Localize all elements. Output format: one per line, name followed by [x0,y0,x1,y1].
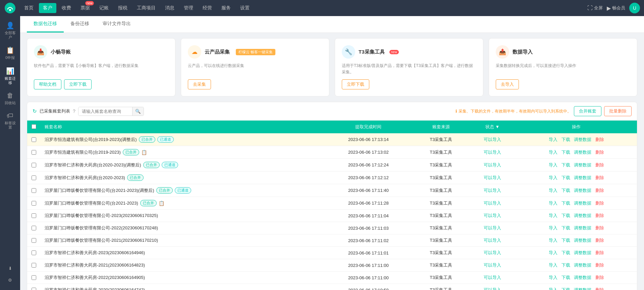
delete-action[interactable]: 删除 [595,150,604,155]
tab-backup-migration[interactable]: 备份迁移 [64,16,96,32]
delete-action[interactable]: 删除 [595,225,604,230]
nav-business[interactable]: 工商项目 [133,3,160,13]
import-action[interactable]: 导入 [549,213,557,218]
search-button[interactable]: 🔍 [132,107,144,116]
sidebar-item-account-migration[interactable]: 📊 账套迁移 [1,64,19,88]
download-action[interactable]: 下载 [561,201,570,206]
sidebar-item-all-customers[interactable]: 👤 全部客户 [1,19,19,42]
logo[interactable] [4,2,16,14]
delete-action[interactable]: 删除 [595,250,604,255]
download-action[interactable]: 下载 [561,162,570,167]
import-action[interactable]: 导入 [549,287,557,290]
nav-settings[interactable]: 设置 [236,3,254,13]
download-action[interactable]: 下载 [561,188,570,193]
row-checkbox[interactable] [32,226,36,230]
adjust-action[interactable]: 调整数据 [574,201,591,206]
import-action[interactable]: 导入 [549,175,557,180]
adjust-action[interactable]: 调整数据 [574,213,591,218]
batch-delete-button[interactable]: 批量删除 [604,106,632,116]
adjust-action[interactable]: 调整数据 [574,250,591,255]
import-action[interactable]: 导入 [549,263,557,268]
row-checkbox[interactable] [32,201,36,206]
download-action[interactable]: 下载 [561,275,570,280]
adjust-action[interactable]: 调整数据 [574,238,591,243]
adjust-action[interactable]: 调整数据 [574,263,591,268]
row-checkbox[interactable] [32,263,36,268]
row-checkbox[interactable] [32,238,36,243]
import-action[interactable]: 导入 [549,150,557,155]
tab-audit-export[interactable]: 审计文件导出 [96,16,138,32]
import-action[interactable]: 导入 [549,162,557,167]
adjust-action[interactable]: 调整数据 [574,162,591,167]
delete-action[interactable]: 删除 [595,201,604,206]
download-action[interactable]: 下载 [561,175,570,180]
download-action[interactable]: 下载 [561,263,570,268]
help-icon[interactable]: ? [73,108,75,114]
adjust-action[interactable]: 调整数据 [574,175,591,180]
merge-accounts-button[interactable]: 合并账套 [574,106,601,116]
download-action[interactable]: 下载 [561,213,570,218]
delete-action[interactable]: 删除 [595,287,604,290]
search-input[interactable] [78,107,132,116]
import-action[interactable]: 导入 [549,137,557,142]
row-checkbox[interactable] [32,188,36,193]
adjust-action[interactable]: 调整数据 [574,225,591,230]
import-action[interactable]: 导入 [549,225,557,230]
import-action[interactable]: 导入 [549,188,557,193]
import-action[interactable]: 导入 [549,275,557,280]
t3-download-button[interactable]: 立即下载 [342,79,369,89]
delete-action[interactable]: 删除 [595,275,604,280]
tab-data-migration[interactable]: 数据包迁移 [27,16,64,32]
row-checkbox[interactable] [32,163,36,167]
download-action[interactable]: 下载 [561,137,570,142]
row-checkbox[interactable] [32,275,36,280]
delete-action[interactable]: 删除 [595,188,604,193]
delete-action[interactable]: 删除 [595,175,604,180]
row-checkbox[interactable] [32,175,36,180]
avatar[interactable]: U [629,3,640,13]
fullscreen-btn[interactable]: ⛶ 全屏 [587,5,603,11]
adjust-action[interactable]: 调整数据 [574,287,591,290]
import-action[interactable]: 导入 [549,201,557,206]
row-checkbox[interactable] [32,213,36,218]
download-action[interactable]: 下载 [561,287,570,290]
row-checkbox[interactable] [32,250,36,255]
delete-action[interactable]: 删除 [595,263,604,268]
sidebar-item-zero-report[interactable]: 📋 0申报 [1,44,19,63]
sidebar-download-btn[interactable]: ⬇ [6,264,14,273]
delete-action[interactable]: 删除 [595,238,604,243]
nav-service[interactable]: 服务 [217,3,235,13]
adjust-action[interactable]: 调整数据 [574,275,591,280]
download-now-button[interactable]: 立即下载 [64,79,92,89]
import-action[interactable]: 导入 [549,238,557,243]
nav-bookkeeping[interactable]: 记账 [95,3,113,13]
refresh-icon[interactable]: ↻ [33,108,37,114]
row-checkbox[interactable] [32,288,36,290]
go-import-button[interactable]: 去导入 [496,79,519,89]
sidebar-item-tag-settings[interactable]: 🏷 标签设置 [1,109,19,132]
delete-action[interactable]: 删除 [595,162,604,167]
nav-manage[interactable]: 管理 [180,3,197,13]
select-all-checkbox[interactable] [32,124,36,129]
download-action[interactable]: 下载 [561,150,570,155]
sidebar-item-recycle-bin[interactable]: 🗑 回收站 [1,89,19,108]
nav-tax[interactable]: 报税 [114,3,131,13]
member-btn[interactable]: ▶ 畅会员 [607,5,625,11]
nav-message[interactable]: 消息 [161,3,178,13]
nav-home[interactable]: 首页 [20,3,38,13]
sidebar-settings-btn[interactable]: ⚙ [6,276,14,285]
import-action[interactable]: 导入 [549,250,557,255]
download-action[interactable]: 下载 [561,250,570,255]
adjust-action[interactable]: 调整数据 [574,150,591,155]
nav-customer[interactable]: 客户 [39,3,56,13]
go-collect-button[interactable]: 去采集 [188,79,211,89]
help-doc-button[interactable]: 帮助文档 [34,79,61,89]
row-checkbox[interactable] [32,150,36,155]
download-action[interactable]: 下载 [561,225,570,230]
nav-ticket[interactable]: 票据 new [76,3,94,13]
download-action[interactable]: 下载 [561,238,570,243]
nav-operation[interactable]: 经营 [199,3,216,13]
nav-fee[interactable]: 收费 [58,3,75,13]
row-checkbox[interactable] [32,137,36,142]
delete-action[interactable]: 删除 [595,213,604,218]
